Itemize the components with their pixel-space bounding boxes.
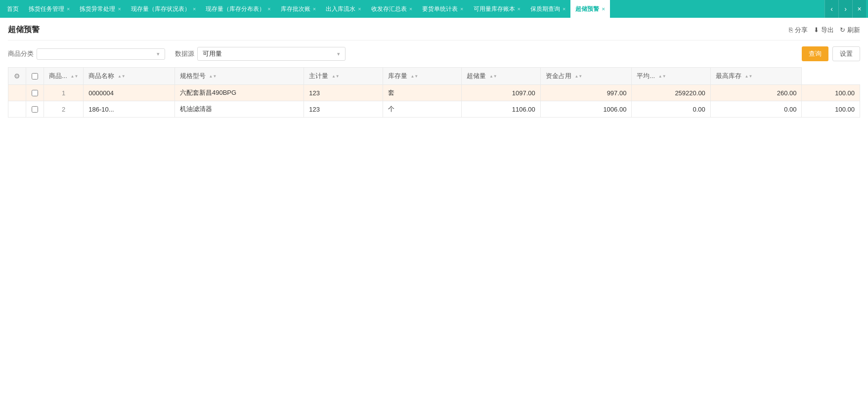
data-table: ⚙ 商品... ▲▼ 商品名称 ▲▼ 规格型号 ▲▼ [8, 67, 860, 118]
nav-tab-overstock[interactable]: 超储预警× [570, 0, 609, 18]
col-spec-label: 规格型号 [180, 72, 206, 79]
nav-tab-label-overstock: 超储预警 [575, 5, 599, 13]
filter-row: 商品分类 ▾ 数据源 可用量 ▾ 查询 设置 [8, 40, 860, 65]
row-overstock: 997.00 [540, 85, 632, 101]
table-row: 1 0000004 六配套新昌490BPG 123 套 1097.00 997.… [8, 85, 860, 101]
share-icon: ⎘ [789, 26, 793, 34]
row-spec: 123 [304, 85, 383, 101]
nav-tab-label-task-mgmt: 拣货任务管理 [29, 5, 64, 13]
sort-unit-icon[interactable]: ▲▼ [332, 75, 340, 79]
settings-gear-icon[interactable]: ⚙ [14, 72, 20, 80]
sort-overstock-icon[interactable]: ▲▼ [489, 75, 497, 79]
nav-next-button[interactable]: › [838, 0, 852, 18]
nav-tab-home[interactable]: 首页 [2, 0, 24, 18]
row-max-stock: 100.00 [802, 101, 860, 118]
col-check-header [26, 68, 44, 85]
row-check-cell [26, 85, 44, 101]
row-capital: 259220.00 [632, 85, 710, 101]
top-navigation: 首页拣货任务管理×拣货异常处理×现存量（库存状况表）×现存量（库存分布表）×库存… [0, 0, 868, 18]
nav-tab-label-home: 首页 [7, 5, 19, 13]
col-stock-header: 库存量 ▲▼ [383, 68, 461, 85]
nav-tab-quality-check[interactable]: 保质期查询× [525, 0, 570, 18]
nav-tab-close-inventory-status[interactable]: × [193, 6, 196, 12]
nav-tab-label-usable-account: 可用量库存账本 [474, 5, 515, 13]
row-check-cell [26, 101, 44, 118]
col-overstock-header: 超储量 ▲▼ [462, 68, 540, 85]
nav-tab-label-quality-check: 保质期查询 [530, 5, 560, 13]
nav-tab-usable-account[interactable]: 可用量库存账本× [469, 0, 525, 18]
col-unit-label: 主计量 [309, 72, 328, 79]
nav-tab-abnormal[interactable]: 拣货异常处理× [75, 0, 126, 18]
row-max-stock: 100.00 [802, 85, 860, 101]
row-product-name: 六配套新昌490BPG [174, 85, 304, 101]
nav-tab-inventory-dist[interactable]: 现存量（库存分布表）× [201, 0, 275, 18]
nav-tab-close-overstock[interactable]: × [602, 6, 605, 12]
row-checkbox-0[interactable] [32, 90, 38, 96]
nav-tab-label-inventory-status: 现存量（库存状况表） [131, 5, 190, 13]
refresh-label: 刷新 [847, 26, 860, 35]
nav-tab-batch[interactable]: 库存批次账× [276, 0, 321, 18]
row-settings-cell [8, 85, 26, 101]
row-stock: 1106.00 [462, 101, 540, 118]
col-capital-header: 资金占用 ▲▼ [540, 68, 632, 85]
row-checkbox-1[interactable] [32, 106, 38, 113]
nav-tab-close-abnormal[interactable]: × [118, 6, 121, 12]
col-settings-header: ⚙ [8, 68, 26, 85]
category-select[interactable]: ▾ [37, 48, 165, 60]
row-unit: 个 [383, 101, 461, 118]
sort-product-code-icon[interactable]: ▲▼ [70, 75, 78, 79]
nav-tab-close-collect[interactable]: × [409, 6, 412, 12]
datasource-dropdown-icon: ▾ [337, 51, 340, 57]
export-label: 导出 [821, 26, 834, 35]
nav-tab-inventory-status[interactable]: 现存量（库存状况表）× [126, 0, 201, 18]
sort-stock-icon[interactable]: ▲▼ [410, 75, 418, 79]
sort-capital-icon[interactable]: ▲▼ [574, 75, 582, 79]
sort-avg-icon[interactable]: ▲▼ [658, 75, 666, 79]
row-overstock: 1006.00 [540, 101, 632, 118]
nav-tab-task-mgmt[interactable]: 拣货任务管理× [24, 0, 75, 18]
nav-tab-label-inout-flow: 出入库流水 [326, 5, 355, 13]
nav-tab-close-usable-account[interactable]: × [518, 6, 521, 12]
page-header: 超储预警 ⎘ 分享 ⬇ 导出 ↻ 刷新 [8, 18, 860, 40]
filter-buttons: 查询 设置 [802, 46, 860, 61]
refresh-button[interactable]: ↻ 刷新 [840, 26, 860, 35]
col-capital-label: 资金占用 [546, 72, 571, 79]
nav-tab-close-inout-flow[interactable]: × [358, 6, 361, 12]
sort-product-name-icon[interactable]: ▲▼ [118, 75, 126, 79]
query-button[interactable]: 查询 [802, 46, 828, 61]
col-avg-header: 平均... ▲▼ [632, 68, 710, 85]
settings-button[interactable]: 设置 [832, 46, 860, 61]
col-spec-header: 规格型号 ▲▼ [174, 68, 304, 85]
nav-arrows: ‹ › × [825, 0, 866, 18]
row-index-cell: 1 [44, 85, 84, 101]
page-container: 超储预警 ⎘ 分享 ⬇ 导出 ↻ 刷新 商品分类 ▾ 数据源 [0, 18, 868, 395]
nav-tab-label-collect: 收发存汇总表 [371, 5, 407, 13]
header-actions: ⎘ 分享 ⬇ 导出 ↻ 刷新 [789, 26, 860, 35]
row-capital: 0.00 [632, 101, 710, 118]
page-title: 超储预警 [8, 25, 40, 35]
col-product-code-label: 商品... [49, 72, 67, 79]
nav-tab-close-batch[interactable]: × [313, 6, 316, 12]
nav-tab-close-inventory-dist[interactable]: × [267, 6, 270, 12]
share-button[interactable]: ⎘ 分享 [789, 26, 808, 35]
share-label: 分享 [795, 26, 808, 35]
category-dropdown-icon: ▾ [157, 51, 160, 57]
row-product-code: 186-10... [84, 101, 175, 118]
nav-tab-order-stat[interactable]: 要货单统计表× [417, 0, 468, 18]
export-button[interactable]: ⬇ 导出 [814, 26, 834, 35]
nav-tab-inout-flow[interactable]: 出入库流水× [321, 0, 366, 18]
nav-tab-close-task-mgmt[interactable]: × [67, 6, 70, 12]
row-avg: 260.00 [710, 85, 802, 101]
sort-max-stock-icon[interactable]: ▲▼ [744, 75, 752, 79]
nav-prev-button[interactable]: ‹ [825, 0, 838, 18]
col-max-stock-label: 最高库存 [716, 72, 741, 79]
sort-spec-icon[interactable]: ▲▼ [209, 75, 217, 79]
nav-tab-label-batch: 库存批次账 [281, 5, 310, 13]
nav-tab-close-order-stat[interactable]: × [460, 6, 463, 12]
nav-close-button[interactable]: × [852, 0, 866, 18]
col-product-name-label: 商品名称 [88, 72, 114, 79]
datasource-select[interactable]: 可用量 ▾ [197, 47, 346, 61]
nav-tab-collect[interactable]: 收发存汇总表× [366, 0, 417, 18]
nav-tab-close-quality-check[interactable]: × [563, 6, 565, 12]
select-all-checkbox[interactable] [32, 73, 38, 79]
